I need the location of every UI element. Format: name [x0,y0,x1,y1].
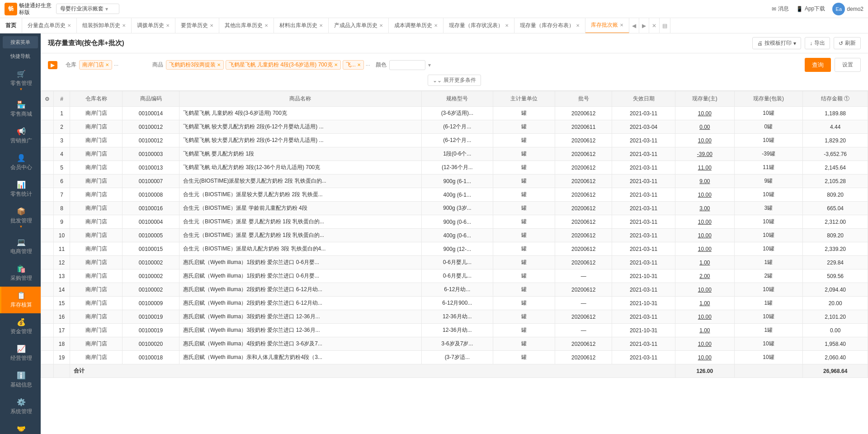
sidebar-item-enterprise[interactable]: 🤝 企业协同 [0,420,41,434]
tab-home[interactable]: 首页 [0,18,22,33]
row-qty-main[interactable]: 10.00 [675,134,734,147]
tab-close-icon[interactable]: ✕ [122,23,126,28]
tab-prev-icon[interactable]: ◀ [629,18,639,33]
row-unit: 罐 [493,107,555,120]
th-settings[interactable]: ⚙ [41,91,54,107]
row-qty-main[interactable]: 10.00 [675,337,734,351]
sidebar-item-member[interactable]: 👤 会员中心 [0,149,41,176]
row-qty-main[interactable]: 10.00 [675,188,734,202]
sidebar-item-purchase[interactable]: 🛍️ 采购管理 [0,260,41,287]
row-qty-main[interactable]: 10.00 [675,215,734,229]
row-qty-main[interactable]: 11.00 [675,161,734,175]
row-qty-main[interactable]: -39.00 [675,147,734,161]
row-settings [41,107,54,120]
filter-expand-arrow[interactable]: ▶ [48,61,57,69]
row-amount: 2,339.20 [803,242,868,256]
row-qty-main[interactable]: 9.00 [675,175,734,188]
filter-more[interactable]: ··· [114,62,118,68]
tab-close-icon[interactable]: ✕ [434,23,438,28]
settings-button[interactable]: 设置 [835,58,861,72]
sidebar-item-sys-mgmt[interactable]: ⚙️ 系统管理 [0,393,41,420]
row-qty-pack: 10罐 [734,229,803,242]
sidebar-item-retail-store[interactable]: 🏪 零售商城 [0,96,41,123]
sidebar-item-finance[interactable]: 💰 资金管理 [0,313,41,340]
row-warehouse: 南岸门店 [70,337,123,351]
tab-close-icon[interactable]: ✕ [620,23,623,28]
company-arrow-icon: ▾ [105,6,108,12]
row-qty-main[interactable]: 10.00 [675,283,734,297]
refresh-button[interactable]: ↺ 刷新 [834,37,861,49]
tag-close-icon4[interactable]: ✕ [357,62,361,67]
color-dropdown-icon[interactable]: ▾ [428,62,431,68]
row-qty-main[interactable]: 2.00 [675,269,734,283]
row-qty-main[interactable]: 10.00 [675,351,734,364]
tab-active[interactable]: 库存批次账 ✕ [585,18,629,33]
tab-close-icon[interactable]: ✕ [210,23,213,28]
tab-xiancunkufb[interactable]: 现存量（库存分布表）✕ [514,18,585,33]
tab-chenbendb[interactable]: 成本调整单历史 ✕ [389,18,443,33]
row-qty-main[interactable]: 10.00 [675,310,734,324]
user-menu[interactable]: Ea demo2 [832,3,863,15]
sidebar-item-marketing[interactable]: 📢 营销推广 [0,123,41,149]
row-spec: 900g (0-6... [421,215,493,229]
tab-close-icon[interactable]: ✕ [505,23,509,28]
th-expire: 失效日期 [612,91,675,107]
company-selector[interactable]: 母婴行业演示账套 ▾ [56,4,119,14]
search-single-button[interactable]: 搜索英单 [3,36,38,48]
tab-xiancunkuzhuan[interactable]: 现存量（库存状况表）✕ [443,18,514,33]
tab-chancruruku[interactable]: 产成品入库单历史 ✕ [329,18,389,33]
sidebar-item-retail-stats[interactable]: 📊 零售统计 [0,176,41,203]
tab-menu-icon[interactable]: ▤ [660,18,670,33]
query-button[interactable]: 查询 [805,58,831,72]
expand-conditions-button[interactable]: ⌄⌄ 展开更多条件 [428,75,481,86]
tab-close-all-icon[interactable]: ✕ [649,18,660,33]
tab-diaobodanls[interactable]: 调拨单历史 ✕ [132,18,175,33]
tag-close-icon[interactable]: ✕ [105,62,109,67]
tag-close-icon2[interactable]: ✕ [217,62,221,67]
tab-close-icon[interactable]: ✕ [319,23,323,28]
tag-close-icon3[interactable]: ✕ [334,62,338,67]
row-expire: 2021-03-11 [612,215,675,229]
tab-close-icon[interactable]: ✕ [67,23,71,28]
tab-yaohuo[interactable]: 要货单历史 ✕ [175,18,219,33]
row-name: 惠氏启赋（Wyeth illuma）2段奶粉 爱尔兰进口 6-12月幼... [179,283,421,297]
tab-fenliangpandian[interactable]: 分量盘点单历史 ✕ [22,18,77,33]
row-qty-main[interactable]: 10.00 [675,242,734,256]
row-name: 合生元（BIOSTIME）派星幼儿配方奶粉 3段 乳铁蛋白的4... [179,242,421,256]
sidebar-item-ecommerce[interactable]: 💻 电商管理 [0,233,41,260]
row-qty-main[interactable]: 10.00 [675,107,734,120]
print-button[interactable]: 🖨 按模板打印 ▾ [752,37,801,49]
row-spec: 12-36月幼... [421,324,493,337]
message-button[interactable]: ✉ 消息 [772,5,789,13]
color-input[interactable] [389,60,425,70]
export-button[interactable]: ↓ 导出 [805,37,830,49]
row-expire: 2021-03-11 [612,283,675,297]
row-qty-main[interactable]: 0.00 [675,120,734,134]
row-qty-main[interactable]: 10.00 [675,229,734,242]
row-qty-main[interactable]: 1.00 [675,324,734,337]
row-qty-pack: 1罐 [734,297,803,310]
row-unit: 罐 [493,215,555,229]
row-warehouse: 南岸门店 [70,351,123,364]
row-qty-main[interactable]: 1.00 [675,256,734,269]
row-qty-main[interactable]: 1.00 [675,297,734,310]
sidebar-item-operations[interactable]: 📈 经营管理 [0,340,41,367]
quick-nav-button[interactable]: 快捷导航 [3,50,38,62]
app-download-button[interactable]: 📱 App下载 [796,5,825,13]
tab-close-icon[interactable]: ✕ [166,23,170,28]
row-qty-main[interactable]: 3.00 [675,202,734,215]
sidebar-item-retail-mgmt[interactable]: 🛒 零售管理 ▼ [0,65,41,96]
tab-qitachu[interactable]: 其他出库单历史 ✕ [219,18,274,33]
sidebar-item-basic-info[interactable]: ℹ️ 基础信息 [0,367,41,393]
th-code: 商品编码 [123,91,179,107]
tab-cailiaochudan[interactable]: 材料出库单历史 ✕ [274,18,329,33]
sidebar-item-inventory[interactable]: 📋 库存核算 [0,287,41,313]
tab-zuzhangchaijiao[interactable]: 组装拆卸单历史 ✕ [77,18,132,33]
tab-close-icon[interactable]: ✕ [379,23,383,28]
sidebar-item-wholesale[interactable]: 📦 批发管理 ▼ [0,203,41,233]
tab-close-icon[interactable]: ✕ [576,23,580,28]
tab-close-icon[interactable]: ✕ [264,23,268,28]
tab-next-icon[interactable]: ▶ [639,18,649,33]
filter-more2[interactable]: ··· [366,62,370,68]
row-expire: 2021-03-11 [612,351,675,364]
